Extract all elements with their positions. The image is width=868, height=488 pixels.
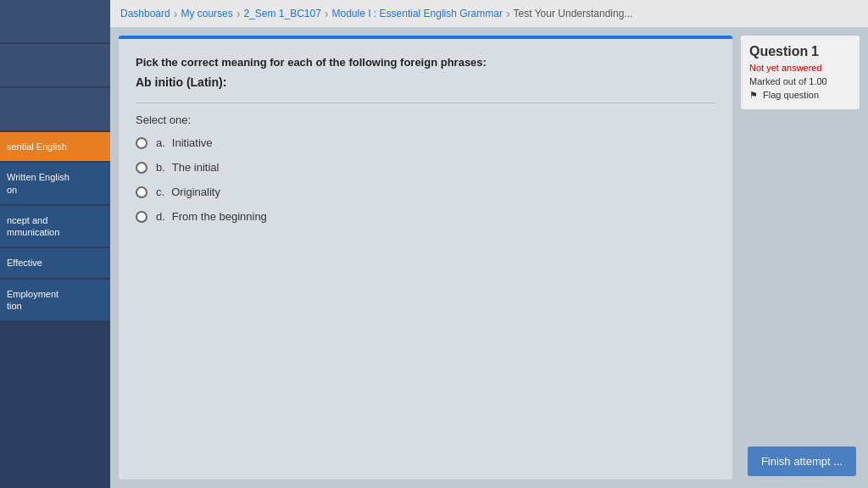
breadcrumb-course[interactable]: 2_Sem 1_BC107 (243, 8, 320, 19)
divider (136, 103, 715, 103)
breadcrumb-sep-4: › (506, 7, 510, 20)
breadcrumb-sep-1: › (174, 7, 178, 20)
option-b[interactable]: b. The initial (136, 161, 715, 174)
option-b-text: The initial (172, 161, 220, 174)
question-panel: Pick the correct meaning for each of the… (119, 36, 732, 480)
question-number: 1 (811, 44, 819, 58)
sidebar-top-block-3 (0, 88, 110, 130)
option-d[interactable]: d. From the beginning (136, 210, 715, 223)
sidebar-item-essential-english[interactable]: sential English (0, 132, 110, 161)
option-b-letter: b. (156, 161, 165, 174)
question-number-line: Question 1 (749, 44, 851, 59)
option-a[interactable]: a. Initiative (136, 136, 715, 149)
sidebar-item-written-english[interactable]: Written Englishon (0, 163, 110, 204)
radio-c[interactable] (136, 186, 147, 198)
option-d-text: From the beginning (172, 210, 267, 223)
sidebar-item-effective[interactable]: Effective (0, 248, 110, 277)
option-d-letter: d. (156, 210, 165, 223)
option-c-letter: c. (156, 186, 164, 198)
sidebar-top-block-2 (0, 44, 110, 86)
question-info-card: Question 1 Not yet answered Marked out o… (741, 36, 860, 109)
breadcrumb-mycourses[interactable]: My courses (181, 8, 232, 19)
not-answered-status: Not yet answered (749, 63, 851, 73)
option-a-letter: a. (156, 136, 165, 149)
breadcrumb-sep-2: › (236, 7, 241, 20)
option-a-text: Initiative (172, 136, 213, 149)
sidebar-top-block-1 (0, 0, 110, 42)
sidebar-item-concept[interactable]: ncept andmmunication (0, 206, 110, 247)
question-instruction: Pick the correct meaning for each of the… (136, 56, 715, 69)
finish-attempt-button[interactable]: Finish attempt ... (748, 446, 856, 476)
flag-question-label: Flag question (763, 90, 819, 100)
marked-out-label: Marked out of 1.00 (749, 76, 851, 86)
flag-icon: ⚑ (749, 90, 758, 100)
breadcrumb: Dashboard › My courses › 2_Sem 1_BC107 ›… (110, 0, 868, 27)
radio-a[interactable] (136, 137, 147, 149)
breadcrumb-sep-3: › (325, 7, 329, 20)
question-label: Question (749, 44, 808, 58)
options-list: a. Initiative b. The initial c. Original… (136, 136, 715, 223)
option-c-text: Originality (171, 186, 220, 198)
option-c[interactable]: c. Originality (136, 186, 715, 198)
question-phrase: Ab initio (Latin): (136, 75, 715, 89)
radio-b[interactable] (136, 162, 147, 174)
radio-d[interactable] (136, 211, 147, 223)
breadcrumb-dashboard[interactable]: Dashboard (120, 8, 170, 19)
sidebar-item-employment[interactable]: Employmenttion (0, 280, 110, 321)
info-panel: Question 1 Not yet answered Marked out o… (741, 36, 860, 480)
breadcrumb-module[interactable]: Module I : Essential English Grammar (332, 8, 503, 19)
breadcrumb-test: Test Your Understanding... (514, 8, 633, 19)
sidebar: sential English Written Englishon ncept … (0, 0, 110, 488)
select-one-label: Select one: (136, 114, 715, 126)
main-content: Pick the correct meaning for each of the… (110, 27, 868, 488)
flag-question-button[interactable]: ⚑ Flag question (749, 90, 851, 101)
